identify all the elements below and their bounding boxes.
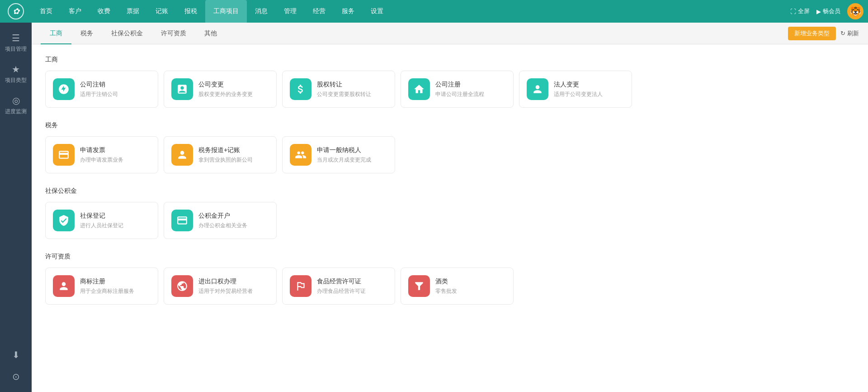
sidebar-item-settings[interactable]: ⊙ [12,366,20,387]
card-desc-apply-invoice: 办理申请发票业务 [80,156,123,164]
nav-item-客户[interactable]: 客户 [61,0,90,23]
card-desc-tax-report: 拿到营业执照的新公司 [198,156,253,164]
card-title-company-change: 公司变更 [198,81,253,89]
card-icon-company-change [171,78,193,100]
avatar[interactable]: 🐯 [847,3,863,19]
tab-shuiwu[interactable]: 税务 [71,23,102,44]
card-social-insurance[interactable]: 社保登记 进行人员社保登记 [45,202,158,239]
card-grid-shuiwu: 申请发票 办理申请发票业务 税务报道+记账 拿到营业执照的新公司 [45,136,854,173]
sidebar-item-progress[interactable]: ◎ 进度监测 [0,90,32,121]
card-trademark[interactable]: 商标注册 用于企业商标注册服务 [45,268,158,305]
tab-bar: 工商 税务 社保公积金 许可资质 其他 新增业务类型 ↻ 刷新 [32,23,868,44]
location-icon: ⊙ [12,371,20,382]
card-icon-company-register [408,78,430,100]
card-desc-import-export: 适用于对外贸易经营者 [198,287,253,295]
sidebar-item-project-type[interactable]: ★ 项目类型 [0,58,32,90]
card-import-export[interactable]: 进出口权办理 适用于对外贸易经营者 [164,268,277,305]
card-company-register[interactable]: 公司注册 申请公司注册全流程 [401,71,514,108]
card-icon-trademark [53,275,75,297]
card-desc-company-cancel: 适用于注销公司 [80,91,118,98]
card-info-social-insurance: 社保登记 进行人员社保登记 [80,212,123,229]
card-company-change[interactable]: 公司变更 股权变更外的业务变更 [164,71,277,108]
card-icon-legal-change [527,78,548,100]
card-icon-company-cancel [53,78,75,100]
card-grid-gongshang: 公司注销 适用于注销公司 公司变更 股权变更外的业务变更 [45,71,854,108]
download-icon: ⬇ [12,349,20,360]
card-info-company-register: 公司注册 申请公司注册全流程 [435,81,484,98]
card-grid-xuke: 商标注册 用于企业商标注册服务 进出口权办理 适用于对外贸易经营者 [45,268,854,305]
content-area: 工商 税务 社保公积金 许可资质 其他 新增业务类型 ↻ 刷新 工商 [32,23,868,392]
card-icon-social-insurance [53,210,75,231]
nav-item-服务[interactable]: 服务 [334,0,363,23]
card-desc-company-change: 股权变更外的业务变更 [198,91,253,98]
nav-item-经营[interactable]: 经营 [305,0,334,23]
fullscreen-button[interactable]: ⛶ 全屏 [790,7,810,15]
card-title-legal-change: 法人变更 [554,81,603,89]
monitor-icon: ◎ [12,95,20,106]
section-title-gongshang: 工商 [45,56,854,64]
nav-item-记账[interactable]: 记账 [147,0,176,23]
card-info-legal-change: 法人变更 适用于公司变更法人 [554,81,603,98]
tab-shebao[interactable]: 社保公积金 [102,23,152,44]
nav-items: 首页客户收费票据记账报税工商项目消息管理经营服务设置 [32,0,790,23]
card-icon-equity-transfer [290,78,311,100]
sidebar-label-project-type: 项目类型 [5,76,27,84]
card-company-cancel[interactable]: 公司注销 适用于注销公司 [45,71,158,108]
card-icon-general-taxpayer [290,144,311,166]
nav-item-设置[interactable]: 设置 [363,0,392,23]
card-info-trademark: 商标注册 用于企业商标注册服务 [80,277,134,295]
play-icon: ▶ [816,8,821,15]
card-provident-fund[interactable]: 公积金开户 办理公积金相关业务 [164,202,277,239]
list-icon: ☰ [12,33,20,43]
nav-item-收费[interactable]: 收费 [90,0,118,23]
refresh-label: 刷新 [847,29,859,38]
logo: ✿ [5,3,27,19]
nav-item-报税[interactable]: 报税 [176,0,205,23]
card-equity-transfer[interactable]: 股权转让 公司变更需要股权转让 [282,71,395,108]
sidebar-item-download[interactable]: ⬇ [12,344,20,366]
card-title-company-cancel: 公司注销 [80,81,118,89]
card-tax-report[interactable]: 税务报道+记账 拿到营业执照的新公司 [164,136,277,173]
card-apply-invoice[interactable]: 申请发票 办理申请发票业务 [45,136,158,173]
nav-item-首页[interactable]: 首页 [32,0,61,23]
member-label: 畅会员 [823,7,840,15]
tab-gongshang[interactable]: 工商 [41,23,71,44]
card-desc-trademark: 用于企业商标注册服务 [80,287,134,295]
card-title-apply-invoice: 申请发票 [80,146,123,154]
sidebar-bottom: ⬇ ⊙ [12,344,20,392]
card-icon-alcohol [408,275,430,297]
card-icon-import-export [171,275,193,297]
card-alcohol[interactable]: 酒类 零售批发 [401,268,514,305]
nav-item-工商项目[interactable]: 工商项目 [205,0,247,23]
card-grid-shebao: 社保登记 进行人员社保登记 公积金开户 办理公积金相关业务 [45,202,854,239]
card-title-import-export: 进出口权办理 [198,277,253,286]
card-icon-food-license [290,275,311,297]
card-desc-legal-change: 适用于公司变更法人 [554,91,603,98]
fullscreen-icon: ⛶ [790,8,796,15]
sidebar-item-project-manage[interactable]: ☰ 项目管理 [0,27,32,58]
card-desc-alcohol: 零售批发 [435,287,457,295]
nav-item-管理[interactable]: 管理 [276,0,305,23]
card-desc-social-insurance: 进行人员社保登记 [80,222,123,229]
card-title-general-taxpayer: 申请一般纳税人 [317,146,371,154]
tab-xuke[interactable]: 许可资质 [152,23,195,44]
card-desc-equity-transfer: 公司变更需要股权转让 [317,91,371,98]
sidebar: ☰ 项目管理 ★ 项目类型 ◎ 进度监测 ⬇ ⊙ [0,23,32,392]
card-info-company-change: 公司变更 股权变更外的业务变更 [198,81,253,98]
nav-item-消息[interactable]: 消息 [247,0,276,23]
card-legal-change[interactable]: 法人变更 适用于公司变更法人 [519,71,632,108]
tab-other[interactable]: 其他 [195,23,226,44]
add-type-button[interactable]: 新增业务类型 [788,27,836,40]
top-nav: ✿ 首页客户收费票据记账报税工商项目消息管理经营服务设置 ⛶ 全屏 ▶ 畅会员 … [0,0,868,23]
sidebar-label-project-manage: 项目管理 [5,45,27,53]
nav-item-票据[interactable]: 票据 [118,0,147,23]
refresh-button[interactable]: ↻ 刷新 [840,29,859,38]
card-title-equity-transfer: 股权转让 [317,81,371,89]
member-button[interactable]: ▶ 畅会员 [816,7,840,15]
card-desc-company-register: 申请公司注册全流程 [435,91,484,98]
card-info-food-license: 食品经营许可证 办理食品经营许可证 [317,277,366,295]
card-general-taxpayer[interactable]: 申请一般纳税人 当月或次月成变更完成 [282,136,395,173]
card-info-company-cancel: 公司注销 适用于注销公司 [80,81,118,98]
section-title-shebao: 社保公积金 [45,187,854,195]
card-food-license[interactable]: 食品经营许可证 办理食品经营许可证 [282,268,395,305]
